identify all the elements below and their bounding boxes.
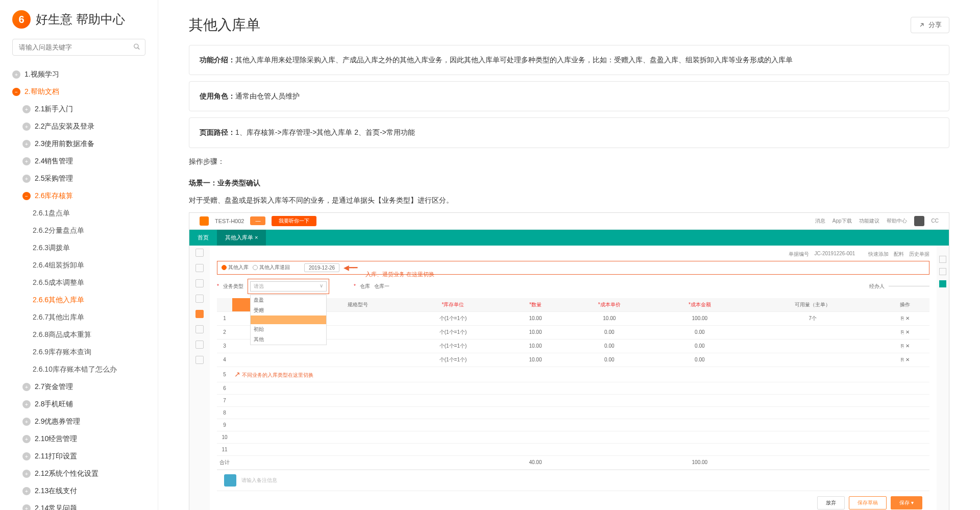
nav-item-2-2[interactable]: +2.2产品安装及登录: [12, 118, 145, 135]
steps-label: 操作步骤：: [189, 154, 949, 168]
plus-icon: +: [22, 383, 31, 391]
ss-tb-history: 历史单据: [909, 251, 929, 258]
search-box: [12, 39, 145, 56]
ss-annotation-2: 不同业务的入库类型在这里切换: [242, 372, 313, 378]
nav-item-2-6[interactable]: −2.6库存核算: [12, 187, 145, 205]
nav-item-2-6-2[interactable]: 2.6.2分量盘点单: [12, 222, 145, 239]
logo-area: 6 好生意 帮助中心: [0, 10, 158, 39]
nav-item-2-9[interactable]: +2.9优惠券管理: [12, 413, 145, 430]
main-content: 其他入库单 分享 功能介绍：其他入库单用来处理除采购入库、产成品入库之外的其他入…: [158, 0, 980, 510]
ss-test-label: TEST-H002: [215, 218, 244, 224]
nav-item-2-3[interactable]: +2.3使用前数据准备: [12, 135, 145, 153]
nav-item-2-6-6[interactable]: 2.6.6其他入库单: [12, 292, 145, 309]
nav-item-2-6-3[interactable]: 2.6.3调拨单: [12, 239, 145, 257]
scene1-text: 对于受赠、盘盈或是拆装入库等不同的业务，是通过单据头【业务类型】进行区分。: [189, 193, 949, 207]
nav-item-2-1[interactable]: +2.1新手入门: [12, 101, 145, 118]
nav-item-2-6-7[interactable]: 2.6.7其他出库单: [12, 309, 145, 326]
nav-item-2-6-10[interactable]: 2.6.10库存账本错了怎么办: [12, 361, 145, 378]
minus-icon: −: [12, 88, 20, 96]
nav-item-2-6-5[interactable]: 2.6.5成本调整单: [12, 274, 145, 292]
plus-icon: +: [22, 105, 31, 113]
ss-footer-buttons: 放弃 保存草稿 保存 ▾: [217, 491, 929, 510]
ss-avatar-icon: [914, 216, 924, 226]
ss-wh-value: 仓库一: [374, 283, 389, 290]
ss-topbar: TEST-H002 — 我要听你一下 消息 App下载 功能建议 帮助中心 CC: [189, 213, 949, 230]
role-text: 通常由仓管人员维护: [235, 92, 300, 100]
ss-top-right: 消息 App下载 功能建议 帮助中心 CC: [815, 216, 939, 226]
search-icon[interactable]: [133, 43, 140, 52]
plus-icon: +: [22, 418, 31, 426]
plus-icon: +: [22, 435, 31, 443]
ss-label-wh: 仓库: [360, 283, 370, 290]
share-label: 分享: [928, 20, 942, 30]
path-label: 页面路径：: [200, 128, 235, 136]
intro-label: 功能介绍：: [200, 56, 235, 64]
path-text: 1、库存核算->库存管理->其他入库单 2、首页->常用功能: [235, 128, 415, 136]
path-box: 页面路径：1、库存核算->库存管理->其他入库单 2、首页->常用功能: [189, 117, 949, 148]
ss-label-type: 业务类型: [223, 283, 243, 290]
ss-msg: 消息: [815, 217, 825, 225]
svg-line-1: [138, 47, 140, 50]
logo-text: 好生意 帮助中心: [36, 11, 125, 28]
plus-icon: +: [22, 452, 31, 460]
arrow-icon: ↗: [234, 370, 240, 378]
plus-icon: +: [22, 504, 31, 510]
plus-icon: +: [22, 123, 31, 131]
nav-item-2-4[interactable]: +2.4销售管理: [12, 153, 145, 170]
nav-item-2-13[interactable]: +2.13在线支付: [12, 482, 145, 500]
ss-rail-icon: [195, 356, 204, 364]
plus-icon: +: [22, 487, 31, 495]
ss-type-dropdown: 请选∨ 盘盈 受赠 初始 其他: [248, 279, 329, 294]
share-button[interactable]: 分享: [911, 17, 949, 33]
ss-form: 单据编号 JC-20191226-001 快速添加 配料 历史单据 其他入库 其…: [210, 246, 937, 510]
ss-rail-icon: [195, 295, 204, 303]
ss-rail-icon: [195, 264, 204, 272]
ss-tab-home: 首页: [189, 230, 217, 246]
ss-rail-icon: [195, 341, 204, 349]
ss-rail-icon: [195, 249, 204, 257]
nav-item-2-11[interactable]: +2.11打印设置: [12, 448, 145, 465]
ss-rail-icon: [195, 279, 204, 287]
sidebar: 6 好生意 帮助中心 +1.视频学习 −2.帮助文档 +2.1新手入门 +2.2…: [0, 0, 158, 510]
ss-primary-btn: 我要听你一下: [272, 216, 316, 226]
ss-memo-row: 请输入备注信息: [217, 470, 929, 491]
nav-item-video[interactable]: +1.视频学习: [12, 66, 145, 83]
role-box: 使用角色：通常由仓管人员维护: [189, 81, 949, 111]
plus-icon: +: [22, 400, 31, 408]
ss-rail-icon: [195, 325, 204, 333]
plus-icon: +: [22, 470, 31, 478]
ss-draft-btn: 保存草稿: [849, 496, 887, 509]
nav-item-2-7[interactable]: +2.7资金管理: [12, 378, 145, 396]
ss-tabs: 首页 其他入库单 ×: [189, 230, 949, 246]
ss-memo-input: 请输入备注信息: [241, 477, 922, 484]
logo-icon: 6: [12, 10, 31, 29]
ss-radio-return: 其他入库退回: [253, 264, 290, 271]
ss-app: App下载: [832, 217, 852, 225]
plus-icon: +: [22, 140, 31, 148]
ss-docno: JC-20191226-001: [814, 251, 855, 258]
ss-tb-quickadd: 快速添加: [868, 251, 889, 258]
nav-item-2-12[interactable]: +2.12系统个性化设置: [12, 465, 145, 482]
nav-item-2-8[interactable]: +2.8手机旺铺: [12, 396, 145, 413]
nav-item-2-10[interactable]: +2.10经营管理: [12, 430, 145, 448]
ss-right-rail: [937, 246, 949, 510]
ss-rail-icon: [939, 268, 946, 275]
intro-box: 功能介绍：其他入库单用来处理除采购入库、产成品入库之外的其他入库业务，因此其他入…: [189, 45, 949, 75]
nav-item-2-14[interactable]: +2.14常见问题: [12, 500, 145, 510]
ss-logo-icon: [200, 216, 209, 226]
nav-item-2-6-4[interactable]: 2.6.4组装拆卸单: [12, 257, 145, 274]
ss-cancel-btn: 放弃: [817, 496, 845, 509]
search-input[interactable]: [12, 39, 145, 56]
nav-item-2-5[interactable]: +2.5采购管理: [12, 170, 145, 187]
nav-item-docs[interactable]: −2.帮助文档: [12, 83, 145, 101]
ss-fields-row: *业务类型 请选∨ 盘盈 受赠 初始 其他 *仓库: [217, 279, 929, 294]
scene1-title: 场景一：业务类型确认: [189, 179, 949, 188]
nav-item-2-6-9[interactable]: 2.6.9库存账本查询: [12, 344, 145, 361]
ss-dropdown-list: 盘盈 受赠 初始 其他: [250, 295, 327, 345]
ss-tb-copy: 配料: [894, 251, 904, 258]
nav-item-2-6-8[interactable]: 2.6.8商品成本重算: [12, 326, 145, 344]
nav-list: +1.视频学习 −2.帮助文档 +2.1新手入门 +2.2产品安装及登录 +2.…: [0, 66, 158, 510]
nav-item-2-6-1[interactable]: 2.6.1盘点单: [12, 205, 145, 222]
ss-rail-icon: [939, 256, 946, 263]
plus-icon: +: [12, 70, 20, 79]
